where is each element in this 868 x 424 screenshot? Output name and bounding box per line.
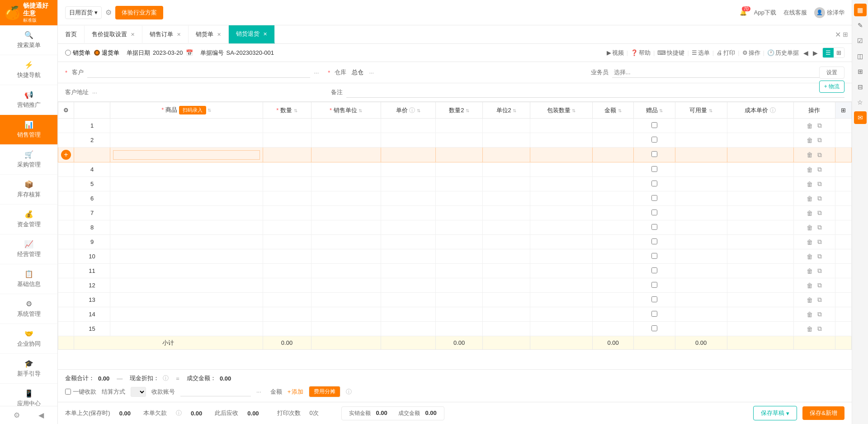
row-3-goods[interactable] [110,148,263,162]
app-download-link[interactable]: App下载 [754,9,776,17]
sidebar-item-guide[interactable]: 🎓 新手引导 [0,354,57,384]
row-3-gift[interactable] [634,148,675,162]
video-btn[interactable]: ▶ 视频 [607,49,624,57]
row-5-copy-btn[interactable]: ⧉ [816,179,823,189]
online-service-link[interactable]: 在线客服 [783,9,807,17]
row-9-delete-btn[interactable]: 🗑 [806,237,814,247]
one-click-payment-label[interactable]: 一键收款 [65,388,96,396]
row-10-delete-btn[interactable]: 🗑 [806,252,814,261]
tab-sales-order-close[interactable]: ✕ [177,32,181,38]
right-panel-btn-1[interactable]: ▦ [854,4,867,16]
right-panel-btn-3[interactable]: ☑ [854,34,867,47]
row-13-delete-btn[interactable]: 🗑 [806,295,814,305]
row-1-unit-price[interactable] [381,119,435,133]
sidebar-collapse-btn[interactable]: ◀ [38,411,44,419]
row-3-pack-qty[interactable] [530,148,592,162]
row-2-sales-unit[interactable] [311,133,381,148]
right-panel-btn-4[interactable]: ◫ [854,50,867,62]
radio-sales-input[interactable] [65,50,71,56]
salesperson-input[interactable] [612,67,836,78]
right-panel-btn-6[interactable]: ⊟ [854,81,867,93]
tab-sales-return-close[interactable]: ✕ [263,31,267,37]
right-panel-btn-2[interactable]: ✎ [854,19,867,32]
sidebar-item-search[interactable]: 🔍 搜索菜单 [0,25,57,55]
right-panel-btn-8[interactable]: ✉ [854,111,867,124]
list-view-btn[interactable]: ⊞ [834,48,844,57]
account-input[interactable] [180,387,251,396]
row-3-goods-input[interactable] [113,150,260,160]
tab-sales-close[interactable]: ✕ [217,32,221,38]
row-12-copy-btn[interactable]: ⧉ [816,281,823,290]
tab-sales-return[interactable]: 销货退货 ✕ [229,25,275,43]
row-15-delete-btn[interactable]: 🗑 [806,324,814,333]
row-7-delete-btn[interactable]: 🗑 [806,208,814,218]
add-row-btn[interactable]: + [61,150,71,160]
user-info[interactable]: 👤 徐泽华 [814,7,844,18]
row-1-sales-unit[interactable] [311,119,381,133]
row-8-copy-btn[interactable]: ⧉ [816,223,823,232]
row-2-unit2[interactable] [483,133,530,148]
doc-date-value[interactable]: 2023-03-20 [153,49,183,56]
radio-return[interactable]: 退货单 [94,49,119,57]
row-3-quantity[interactable] [263,148,311,162]
calendar-icon[interactable]: 📅 [186,49,193,56]
operate-btn[interactable]: ⚙ 操作 [742,49,760,57]
row-3-sales-unit[interactable] [311,148,381,162]
add-button[interactable]: + 添加 [288,388,304,396]
prev-btn[interactable]: ◀ [802,48,810,57]
header-gear-icon[interactable]: ⚙ [105,8,112,17]
row-2-copy-btn[interactable]: ⧉ [816,135,823,145]
shortcut-btn[interactable]: ⌨ 快捷键 [657,49,684,57]
address-dots[interactable]: ··· [92,89,97,96]
th-col-settings[interactable]: ⊞ [835,102,852,119]
row-2-pack-qty[interactable] [530,133,592,148]
scan-button[interactable]: 扫码录入 [179,106,206,114]
sidebar-item-marketing[interactable]: 📢 营销推广 [0,85,57,115]
row-6-copy-btn[interactable]: ⧉ [816,194,823,203]
next-btn[interactable]: ▶ [811,48,820,57]
radio-return-input[interactable] [94,50,100,56]
fee-split-button[interactable]: 费用分摊 [309,386,340,397]
row-11-delete-btn[interactable]: 🗑 [806,266,814,276]
row-14-delete-btn[interactable]: 🗑 [806,310,814,319]
row-3-unit-price[interactable] [381,148,435,162]
row-2-quantity2[interactable] [435,133,482,148]
sidebar-item-finance[interactable]: 💰 资金管理 [0,205,57,234]
sidebar-item-sales[interactable]: 📊 销售管理 [0,115,57,145]
calc-method-select[interactable] [131,387,146,397]
grid-view-btn[interactable]: ☰ [823,48,834,57]
row-5-delete-btn[interactable]: 🗑 [806,179,814,189]
right-panel-btn-5[interactable]: ⊞ [854,65,867,78]
warehouse-dots[interactable]: ··· [369,69,374,76]
row-2-quantity[interactable] [263,133,311,148]
row-1-gift[interactable] [634,119,675,133]
row-6-delete-btn[interactable]: 🗑 [806,194,814,203]
row-14-copy-btn[interactable]: ⧉ [816,310,823,319]
message-bell[interactable]: 🔔 70 [740,9,747,16]
row-1-goods[interactable] [110,119,263,133]
settings-button[interactable]: 设置 [819,67,844,79]
row-1-unit2[interactable] [483,119,530,133]
customer-dots[interactable]: ··· [314,69,319,76]
save-new-button[interactable]: 保存&新增 [802,406,844,420]
tab-sales-order[interactable]: 销售订单 ✕ [142,26,189,43]
row-2-unit-price[interactable] [381,133,435,148]
th-gear[interactable]: ⚙ [58,102,74,119]
experience-button[interactable]: 体验行业方案 [115,6,163,19]
save-draft-button[interactable]: 保存草稿 ▾ [753,406,797,420]
row-8-delete-btn[interactable]: 🗑 [806,223,814,232]
note-input[interactable] [346,87,844,98]
right-panel-btn-7[interactable]: ☆ [854,96,867,109]
row-13-copy-btn[interactable]: ⧉ [816,295,823,305]
row-1-delete-btn[interactable]: 🗑 [806,121,814,130]
sidebar-item-apps[interactable]: 📱 应用中心 [0,384,57,406]
row-7-copy-btn[interactable]: ⧉ [816,208,823,218]
tab-price-setting[interactable]: 售价提取设置 ✕ [85,26,142,43]
row-2-amount[interactable] [593,133,634,148]
sidebar-item-purchase[interactable]: 🛒 采购管理 [0,145,57,175]
row-1-pack-qty[interactable] [530,119,592,133]
tab-price-setting-close[interactable]: ✕ [131,32,135,38]
customer-input[interactable] [87,67,310,78]
select-btn[interactable]: ☰ 选单 [692,49,710,57]
print-btn[interactable]: 🖨 打印 [717,49,735,57]
